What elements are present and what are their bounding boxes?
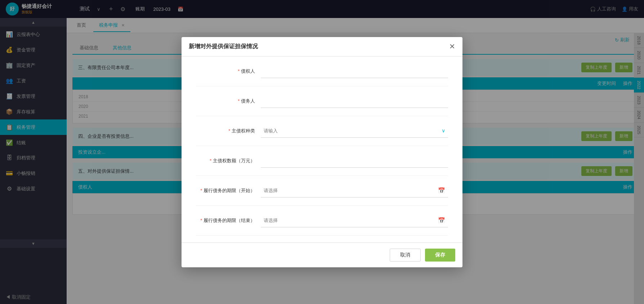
cancel-button[interactable]: 取消 — [390, 249, 421, 262]
period-end-wrapper: 📅 — [261, 214, 448, 227]
period-end-label: * 履行债务的期限（结束） — [196, 217, 261, 224]
modal-body: * 债权人 * 债务人 * 主债权种类 ∨ — [182, 56, 462, 242]
period-start-label: * 履行债务的期限（开始） — [196, 187, 261, 194]
debtor-label: * 债务人 — [196, 98, 261, 104]
claim-amount-label: * 主债权数额（万元） — [196, 158, 261, 164]
claim-amount-input[interactable] — [261, 154, 448, 168]
form-row-period-end: * 履行债务的期限（结束） 📅 — [196, 213, 448, 228]
save-button[interactable]: 保存 — [425, 249, 455, 262]
debtor-input[interactable] — [261, 94, 448, 108]
divider-2 — [196, 116, 448, 116]
claim-type-input[interactable] — [261, 124, 442, 137]
divider-3 — [196, 146, 448, 146]
period-start-wrapper: 📅 — [261, 184, 448, 198]
creditor-label: * 债权人 — [196, 68, 261, 74]
claim-type-select-wrapper: ∨ — [261, 124, 448, 138]
claim-type-chevron-icon[interactable]: ∨ — [442, 128, 448, 133]
divider-5 — [196, 205, 448, 206]
modal-footer: 取消 保存 — [182, 242, 462, 267]
divider-1 — [196, 86, 448, 86]
period-end-input[interactable] — [261, 214, 438, 227]
creditor-input[interactable] — [261, 64, 448, 78]
modal-title: 新增对外提供保证担保情况 — [189, 43, 258, 50]
form-row-claim-type: * 主债权种类 ∨ — [196, 123, 448, 139]
period-start-input[interactable] — [261, 184, 438, 197]
form-row-claim-amount: * 主债权数额（万元） — [196, 153, 448, 168]
period-end-calendar-icon[interactable]: 📅 — [438, 217, 448, 224]
claim-type-label: * 主债权种类 — [196, 128, 261, 134]
divider-6 — [196, 235, 448, 236]
modal-header: 新增对外提供保证担保情况 ✕ — [182, 37, 462, 56]
modal-close-button[interactable]: ✕ — [449, 43, 455, 50]
modal-add-guarantee: 新增对外提供保证担保情况 ✕ * 债权人 * 债务人 * 主债权种类 — [182, 37, 462, 267]
divider-4 — [196, 176, 448, 176]
form-row-debtor: * 债务人 — [196, 94, 448, 109]
form-row-period-start: * 履行债务的期限（开始） 📅 — [196, 183, 448, 198]
form-row-creditor: * 债权人 — [196, 64, 448, 79]
period-start-calendar-icon[interactable]: 📅 — [438, 187, 448, 194]
